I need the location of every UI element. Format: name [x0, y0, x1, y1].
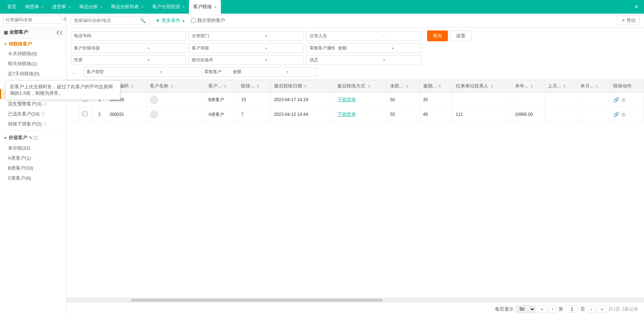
scroll-thumb[interactable] [131, 299, 383, 302]
filter-customer-level[interactable]: 客户等级 ▾ [189, 43, 304, 53]
sidebar-search-icon[interactable]: 🔍 [63, 17, 66, 23]
price-level-dropdown-icon: ▾ [148, 46, 182, 50]
close-tab-purchase[interactable]: × [68, 5, 70, 9]
sidebar-item-declining[interactable]: 持续下滑客户(2) ⓘ [0, 119, 66, 129]
info-icon-churned: ⓘ [41, 112, 45, 117]
col-customer-type[interactable]: 客户... ⇅ [205, 80, 238, 93]
settings-button[interactable]: 设置 [450, 30, 472, 41]
query-button[interactable]: 查询 [427, 30, 448, 41]
tab-product-analysis[interactable]: 商品分析 × [75, 0, 107, 14]
col-unit-contacts[interactable]: 往来单位联系人 ⇅ [453, 80, 512, 93]
tab-product-list[interactable]: 商品分析列表 × [107, 0, 148, 14]
filter-retail-attr[interactable]: 零散客户属性 全部 ▾ [306, 43, 421, 53]
sidebar-item-tomorrow[interactable]: 明天待联络(1) [0, 59, 66, 69]
tab-sales[interactable]: 销货单 × [21, 0, 48, 14]
row1-grid-icon[interactable]: ⊞ [621, 97, 626, 103]
nav-close-button[interactable]: × [631, 3, 641, 11]
chevron-up-icon: ▲ [182, 19, 185, 23]
filter-phone[interactable]: 电话号码 [71, 31, 186, 41]
more-dots[interactable]: ... [71, 69, 78, 75]
sidebar-item-today[interactable]: 今天待联络(0) [0, 49, 66, 59]
filter-dept[interactable]: 分管部门 ▾ [189, 31, 304, 41]
main-layout: 🔍 ▣ 全部客户 ❮❮ ▼ 待联络客户 今天待联络(0) 明天待联络(1) 近7… [0, 14, 644, 316]
col-last-contact-method[interactable]: 最后联络方式 ⇅ [334, 80, 387, 93]
sidebar-search-input[interactable] [3, 16, 62, 24]
sidebar-item-class-b[interactable]: B类客户(33) [0, 163, 66, 173]
col-this-year[interactable]: 本年... ⇅ [512, 80, 545, 93]
per-page-select[interactable]: 50 20 100 [516, 305, 536, 313]
sidebar-item-churn-warning[interactable]: 流失预警客户(3) ⓘ [0, 99, 66, 109]
sidebar-section-value-customers[interactable]: ▼ 价值客户 ✎ ☐ [0, 132, 66, 143]
row1-last-date: 2023-04-17 14:19: [271, 93, 334, 107]
tab-customer-tier[interactable]: 客户分层经营 × [148, 0, 189, 14]
row1-method-link[interactable]: 下销货单 [337, 97, 356, 102]
row2-this-month [577, 107, 610, 122]
col-uncontacted[interactable]: 未联... ⇅ [387, 80, 420, 93]
col-last-month[interactable]: 上月... ⇅ [545, 80, 577, 93]
sidebar-item-churned[interactable]: 已流失客户(24) ⓘ [0, 109, 66, 119]
col-last-contact-date[interactable]: 最后联络日期 ⇅ [271, 80, 334, 93]
row2-link-icon[interactable]: 🔗 [613, 112, 619, 117]
first-page-btn[interactable]: « [538, 306, 547, 313]
my-customers-checkbox[interactable] [191, 18, 196, 23]
row2-avatar [150, 110, 158, 119]
filter-price-level[interactable]: 客户价格等级 ▾ [71, 43, 186, 53]
row1-last-method[interactable]: 下销货单 [334, 93, 387, 107]
sidebar-collapse-icon[interactable]: ❮❮ [56, 30, 62, 35]
main-search-input[interactable] [74, 18, 139, 23]
payment-dropdown-icon: ▾ [265, 58, 300, 62]
filter-gender[interactable]: 性质 ▾ [71, 55, 186, 65]
search-input-wrap: 🔍 [71, 16, 150, 25]
sidebar-section-pending[interactable]: ▼ 待联络客户 [0, 39, 66, 49]
close-tab-customer-contact[interactable]: × [214, 5, 216, 9]
export-button[interactable]: ↗ 导出 [617, 16, 640, 25]
adv-filter: 电话号码 分管部门 ▾ 分管人员 ··· 查询 设置 [66, 28, 644, 80]
sidebar-item-ungrouped[interactable]: 未分组(32) [0, 143, 66, 153]
row1-this-year [512, 93, 545, 107]
next-page-btn[interactable]: › [587, 306, 595, 313]
row2-code[interactable]: 000031 [107, 107, 147, 122]
filter-retail-customer[interactable]: 零散客户 全部 ▾ [201, 67, 316, 77]
sort-icon-unit: ⇅ [490, 84, 493, 88]
row1-link-icon[interactable]: 🔗 [613, 97, 619, 103]
close-tab-product-analysis[interactable]: × [100, 5, 102, 9]
sort-icon-code: ⇅ [130, 84, 133, 88]
row2-checkbox[interactable] [79, 107, 92, 122]
edit-icon[interactable]: ✎ [29, 135, 33, 141]
last-page-btn[interactable]: » [597, 306, 606, 313]
add-icon[interactable]: ☐ [33, 135, 38, 141]
sort-icon-year: ⇅ [530, 84, 533, 88]
filter-row-3: 性质 ▾ 收付款条件 ▾ 状态 ▾ [71, 55, 640, 65]
horizontal-scrollbar[interactable] [66, 298, 644, 302]
tab-customer-contact[interactable]: 客户联络 × [189, 0, 221, 14]
col-this-month[interactable]: 本月... ⇅ [577, 80, 610, 93]
row2-last-date: 2023-04-12 14:44: [271, 107, 334, 122]
sidebar-all-customers[interactable]: ▣ 全部客户 ❮❮ [0, 26, 66, 39]
sidebar-item-7days[interactable]: 近7天待联络(0) [0, 69, 66, 79]
col-contact-count[interactable]: 联络... ⇅ [238, 80, 271, 93]
close-tab-product-list[interactable]: × [141, 5, 143, 9]
tab-home[interactable]: 首页 [3, 0, 21, 14]
filter-person[interactable]: 分管人员 ··· [306, 31, 421, 41]
row2-grid-icon[interactable]: ⊞ [621, 112, 626, 117]
col-customer-name[interactable]: 客户名称 ⇅ [147, 80, 205, 93]
prev-page-btn[interactable]: ‹ [548, 306, 556, 313]
main-search-icon[interactable]: 🔍 [140, 18, 146, 23]
row2-select[interactable] [83, 112, 87, 116]
section-arrow-pending: ▼ [4, 42, 7, 46]
col-overdue[interactable]: 逾期... ⇅ [420, 80, 453, 93]
filter-payment[interactable]: 收付款条件 ▾ [189, 55, 304, 65]
tab-purchase[interactable]: 进货单 × [48, 0, 75, 14]
row2-method-link[interactable]: 下销货单 [337, 112, 356, 117]
close-tab-sales[interactable]: × [41, 5, 43, 9]
sidebar-item-class-a[interactable]: A类客户(1) [0, 153, 66, 163]
row2-last-method[interactable]: 下销货单 [334, 107, 387, 122]
close-tab-customer-tier[interactable]: × [182, 5, 185, 9]
sidebar-item-class-c[interactable]: C类客户(6) [0, 173, 66, 183]
more-conditions-btn[interactable]: ▼ 更多条件 ▲ [153, 16, 188, 25]
person-more-icon[interactable]: ··· [381, 33, 418, 38]
filter-status[interactable]: 状态 ▾ [306, 55, 421, 65]
filter-customer-type[interactable]: 客户类型 ▾ [83, 67, 198, 77]
page-number-input[interactable] [565, 306, 578, 313]
row1-this-month [577, 93, 610, 107]
